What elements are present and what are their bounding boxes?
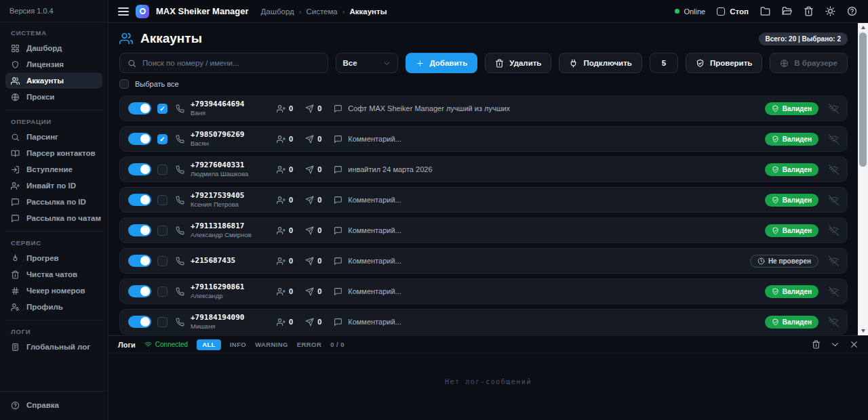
account-comment[interactable]: Комментарий...: [334, 135, 401, 144]
totals-badge: Всего: 20 | Выбрано: 2: [759, 33, 848, 45]
logs-tab-info[interactable]: INFO: [230, 341, 246, 348]
sidebar-item-global-log[interactable]: Глобальный лог: [5, 339, 102, 355]
sidebar-item-parsing[interactable]: Парсинг: [5, 129, 102, 145]
account-toggle[interactable]: [128, 224, 151, 236]
open-in-browser-button[interactable]: В браузере: [770, 53, 848, 73]
sun-icon[interactable]: [825, 6, 835, 16]
shield-icon: [11, 60, 20, 69]
wifi-off-icon[interactable]: [829, 256, 839, 266]
trash-icon[interactable]: [812, 340, 821, 349]
logs-tab-error[interactable]: ERROR: [297, 341, 321, 348]
search-input[interactable]: [142, 59, 320, 67]
account-checkbox[interactable]: [157, 256, 167, 266]
scroll-down-button[interactable]: [858, 327, 868, 335]
search-box[interactable]: [119, 53, 328, 73]
checkbox-icon[interactable]: [717, 7, 725, 16]
account-toggle[interactable]: [128, 255, 151, 267]
phone-icon: [176, 257, 184, 266]
account-toggle[interactable]: [128, 133, 151, 145]
send-icon: [305, 135, 314, 144]
account-toggle[interactable]: [128, 285, 151, 297]
add-button[interactable]: Добавить: [406, 53, 478, 73]
sidebar-item-contacts-parser[interactable]: Парсер контактов: [5, 145, 102, 161]
wifi-off-icon[interactable]: [829, 195, 839, 205]
sidebar-item-number-checker[interactable]: Чекер номеров: [5, 282, 102, 299]
stop-checkbox[interactable]: Стоп: [717, 7, 749, 16]
breadcrumb-system[interactable]: Система: [306, 7, 337, 16]
account-comment[interactable]: Комментарий...: [334, 318, 401, 327]
close-icon[interactable]: [850, 340, 859, 349]
wifi-off-icon[interactable]: [829, 226, 839, 236]
breadcrumb-dashboard[interactable]: Дашборд: [261, 7, 294, 16]
account-phone: +79113186817: [191, 222, 271, 231]
account-toggle[interactable]: [128, 163, 151, 175]
shield-check-icon: [772, 166, 779, 173]
help-icon[interactable]: [847, 6, 857, 16]
scrollbar-track[interactable]: [858, 32, 868, 327]
sidebar-item-warmup[interactable]: Прогрев: [5, 250, 102, 266]
account-comment[interactable]: Комментарий...: [334, 257, 401, 266]
comment-icon: [334, 135, 342, 144]
sidebar-item-profile[interactable]: Профиль: [5, 299, 102, 315]
account-checkbox[interactable]: [157, 195, 167, 205]
sidebar-item-accounts[interactable]: Аккаунты: [5, 72, 102, 89]
account-checkbox[interactable]: [157, 287, 167, 297]
delete-button[interactable]: Удалить: [485, 53, 551, 73]
account-comment[interactable]: Комментарий...: [334, 196, 401, 205]
sidebar-item-chat-cleaning[interactable]: Чистка чатов: [5, 266, 102, 282]
account-comment[interactable]: Софт MAX Sheiker Manager лучший из лучши…: [334, 104, 510, 113]
sidebar-item-mailing-by-id[interactable]: Рассылка по ID: [5, 194, 102, 210]
connect-button[interactable]: Подключить: [559, 53, 642, 73]
sidebar-item-dashboard[interactable]: Дашборд: [5, 40, 102, 56]
scrollbar-thumb[interactable]: [859, 33, 867, 167]
trash-icon[interactable]: [804, 6, 814, 16]
account-toggle[interactable]: [128, 316, 151, 328]
wifi-off-icon[interactable]: [829, 287, 839, 297]
search-icon: [127, 59, 136, 68]
sent-count: 0: [305, 257, 321, 266]
sidebar-item-invite-by-id[interactable]: Инвайт по ID: [5, 177, 102, 194]
account-comment[interactable]: инвайтил 24 марта 2026: [334, 165, 432, 174]
account-checkbox[interactable]: [157, 226, 167, 236]
sidebar-item-help[interactable]: Справка: [5, 397, 102, 413]
help-icon: [11, 401, 20, 410]
sidebar-item-joining[interactable]: Вступление: [5, 161, 102, 177]
filter-select[interactable]: Все: [336, 53, 398, 73]
send-icon: [305, 318, 314, 327]
account-comment[interactable]: Комментарий...: [334, 287, 401, 296]
checkbox-icon[interactable]: [119, 79, 129, 89]
user-plus-icon: [277, 287, 285, 296]
account-comment[interactable]: Комментарий...: [334, 226, 401, 235]
user-plus-icon: [277, 165, 285, 174]
chevron-down-icon[interactable]: [831, 340, 840, 349]
logs-title: Логи: [118, 341, 136, 349]
shield-check-icon: [772, 227, 779, 234]
vertical-scrollbar[interactable]: [858, 23, 868, 335]
account-checkbox[interactable]: [157, 104, 167, 114]
account-checkbox[interactable]: [157, 165, 167, 175]
account-name: Александр Смирнов: [191, 231, 271, 239]
account-checkbox[interactable]: [157, 317, 167, 327]
wifi-off-icon[interactable]: [829, 317, 839, 327]
account-toggle[interactable]: [128, 102, 151, 114]
folder-icon[interactable]: [760, 6, 770, 16]
account-checkbox[interactable]: [157, 134, 167, 144]
account-toggle[interactable]: [128, 194, 151, 206]
select-all-checkbox[interactable]: Выбрать все: [119, 79, 848, 89]
menu-icon[interactable]: [118, 7, 129, 16]
check-button[interactable]: Проверить: [686, 53, 762, 73]
sidebar-item-mailing-by-chats[interactable]: Рассылка по чатам: [5, 210, 102, 226]
chevron-down-icon: [383, 60, 391, 67]
scroll-up-button[interactable]: [858, 23, 868, 32]
logs-tab-warning[interactable]: WARNING: [255, 341, 288, 348]
wifi-off-icon[interactable]: [829, 165, 839, 175]
threads-input[interactable]: [650, 53, 678, 73]
account-name: Ваня: [191, 109, 271, 117]
logs-tab-all[interactable]: ALL: [197, 339, 221, 350]
sidebar-item-license[interactable]: Лицензия: [5, 56, 102, 72]
folder-open-icon[interactable]: [782, 6, 792, 16]
wifi-off-icon[interactable]: [829, 104, 839, 114]
wifi-off-icon[interactable]: [829, 134, 839, 144]
sidebar-item-proxy[interactable]: Прокси: [5, 89, 102, 105]
flame-icon: [11, 254, 20, 263]
